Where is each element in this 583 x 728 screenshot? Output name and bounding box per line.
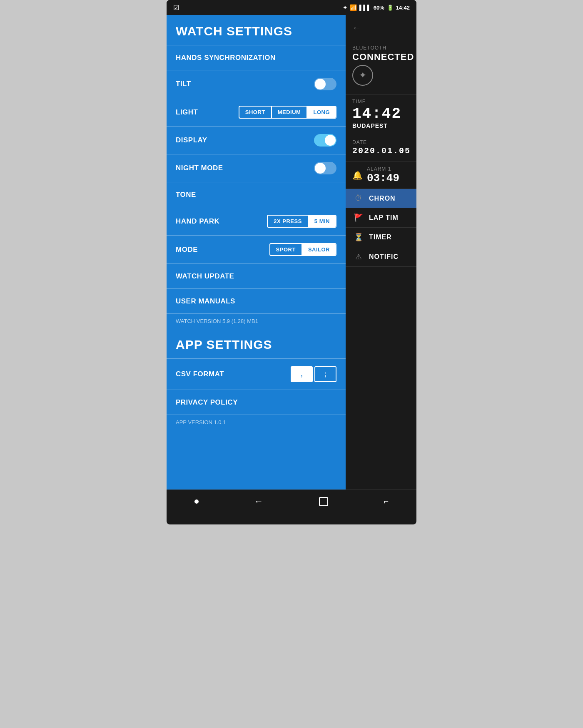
bluetooth-section: BLUETOOTH CONNECTED ✦: [346, 41, 416, 94]
night-mode-knob: [315, 163, 326, 174]
mode-segment[interactable]: SPORT SAILOR: [269, 243, 336, 256]
tilt-label: TILT: [176, 80, 191, 88]
hand-park-2xpress-btn[interactable]: 2X PRESS: [268, 216, 309, 227]
nav-item-timer[interactable]: ⏳ TIMER: [346, 228, 416, 247]
hand-park-row: HAND PARK 2X PRESS 5 MIN: [167, 207, 346, 235]
hands-sync-row[interactable]: HANDS SYNCHRONIZATION: [167, 45, 346, 70]
corner-nav-button[interactable]: ⌐: [384, 497, 389, 506]
status-bar: ☑ ✦ 📶 ▌▌▌ 60% 🔋 14:42: [167, 0, 416, 15]
light-short-btn[interactable]: SHORT: [239, 107, 272, 118]
wifi-icon: 📶: [350, 4, 357, 11]
light-segment[interactable]: SHORT MEDIUM LONG: [239, 106, 336, 119]
light-medium-btn[interactable]: MEDIUM: [272, 107, 308, 118]
csv-semicolon-btn[interactable]: ;: [314, 366, 336, 382]
hands-sync-label: HANDS SYNCHRONIZATION: [176, 54, 276, 62]
city-value: BUDAPEST: [352, 122, 414, 129]
user-manuals-row[interactable]: USER MANUALS: [167, 288, 346, 313]
battery-icon: 🔋: [387, 5, 394, 11]
light-long-btn[interactable]: LONG: [307, 107, 336, 118]
date-section: DATE 2020.01.05: [346, 135, 416, 162]
time-label: TIME: [352, 99, 414, 104]
bluetooth-value: CONNECTED: [352, 52, 414, 62]
bluetooth-icon: ✦: [352, 65, 373, 86]
nav-item-chrono[interactable]: ⏱ CHRON: [346, 189, 416, 208]
bottom-nav: ← ⌐: [167, 489, 416, 513]
privacy-policy-label: PRIVACY POLICY: [176, 398, 238, 407]
content-area: WATCH SETTINGS HANDS SYNCHRONIZATION TIL…: [167, 15, 416, 489]
phone-frame: ☑ ✦ 📶 ▌▌▌ 60% 🔋 14:42 WATCH SETTINGS HAN…: [167, 0, 416, 524]
hand-park-segment[interactable]: 2X PRESS 5 MIN: [267, 215, 336, 228]
timer-icon: ⏳: [352, 233, 365, 242]
date-label: DATE: [352, 139, 414, 145]
notif-icon: ⚠: [352, 252, 365, 261]
nav-item-laptime[interactable]: 🚩 LAP TIM: [346, 208, 416, 228]
bluetooth-status-icon: ✦: [343, 5, 347, 11]
mode-row: MODE SPORT SAILOR: [167, 235, 346, 263]
csv-format-row: CSV FORMAT , ;: [167, 358, 346, 390]
home-dot-button[interactable]: [194, 499, 199, 504]
tilt-knob: [315, 79, 326, 89]
back-button[interactable]: ←: [346, 15, 416, 41]
time-value: 14:42: [352, 105, 414, 122]
tilt-row[interactable]: TILT: [167, 70, 346, 98]
left-panel: WATCH SETTINGS HANDS SYNCHRONIZATION TIL…: [167, 15, 346, 489]
watch-update-label: WATCH UPDATE: [176, 272, 234, 281]
laptime-label: LAP TIM: [369, 214, 399, 221]
laptime-icon: 🚩: [352, 213, 365, 222]
mode-sport-btn[interactable]: SPORT: [270, 244, 302, 255]
app-version: APP VERSION 1.0.1: [167, 415, 346, 430]
signal-icon: ▌▌▌: [359, 5, 371, 11]
date-value: 2020.01.05: [352, 146, 414, 156]
light-label: LIGHT: [176, 108, 198, 117]
night-mode-label: NIGHT MODE: [176, 164, 223, 172]
mode-label: MODE: [176, 246, 198, 254]
right-panel: ← BLUETOOTH CONNECTED ✦ TIME 14:42 BUDAP…: [346, 15, 416, 489]
chrono-label: CHRON: [369, 195, 396, 202]
alarm-bell-icon: 🔔: [352, 170, 363, 180]
night-mode-row[interactable]: NIGHT MODE: [167, 154, 346, 182]
csv-comma-btn[interactable]: ,: [291, 366, 312, 382]
chrono-icon: ⏱: [352, 194, 365, 203]
display-label: DISPLAY: [176, 136, 207, 144]
display-knob: [325, 135, 336, 146]
tone-row[interactable]: TONE: [167, 182, 346, 207]
notif-label: NOTIFIC: [369, 253, 399, 261]
alarm-label: ALARM 1: [367, 166, 399, 172]
display-toggle[interactable]: [314, 134, 336, 147]
privacy-policy-row[interactable]: PRIVACY POLICY: [167, 390, 346, 415]
csv-format-group[interactable]: , ;: [291, 366, 336, 382]
light-row: LIGHT SHORT MEDIUM LONG: [167, 98, 346, 126]
clock-time: 14:42: [396, 5, 410, 11]
csv-format-label: CSV FORMAT: [176, 370, 224, 378]
tilt-toggle[interactable]: [314, 78, 336, 90]
time-section: TIME 14:42 BUDAPEST: [346, 94, 416, 135]
alarm-time-value: 03:49: [367, 172, 399, 184]
nav-item-notif[interactable]: ⚠ NOTIFIC: [346, 247, 416, 267]
night-mode-toggle[interactable]: [314, 162, 336, 174]
watch-settings-title: WATCH SETTINGS: [167, 15, 346, 45]
watch-update-row[interactable]: WATCH UPDATE: [167, 263, 346, 288]
hand-park-label: HAND PARK: [176, 217, 219, 226]
timer-label: TIMER: [369, 234, 392, 241]
bluetooth-label: BLUETOOTH: [352, 45, 414, 51]
tone-label: TONE: [176, 191, 196, 199]
mode-sailor-btn[interactable]: SAILOR: [302, 244, 336, 255]
display-row[interactable]: DISPLAY: [167, 126, 346, 154]
battery-level: 60%: [374, 5, 384, 11]
recents-button[interactable]: [319, 497, 328, 506]
notification-icon: ☑: [173, 4, 179, 12]
watch-version: WATCH VERSION 5.9 (1.28) MB1: [167, 313, 346, 328]
back-nav-button[interactable]: ←: [254, 496, 263, 507]
app-settings-title: APP SETTINGS: [167, 328, 346, 358]
hand-park-5min-btn[interactable]: 5 MIN: [309, 216, 336, 227]
alarm-section: 🔔 ALARM 1 03:49: [346, 162, 416, 189]
user-manuals-label: USER MANUALS: [176, 297, 235, 306]
